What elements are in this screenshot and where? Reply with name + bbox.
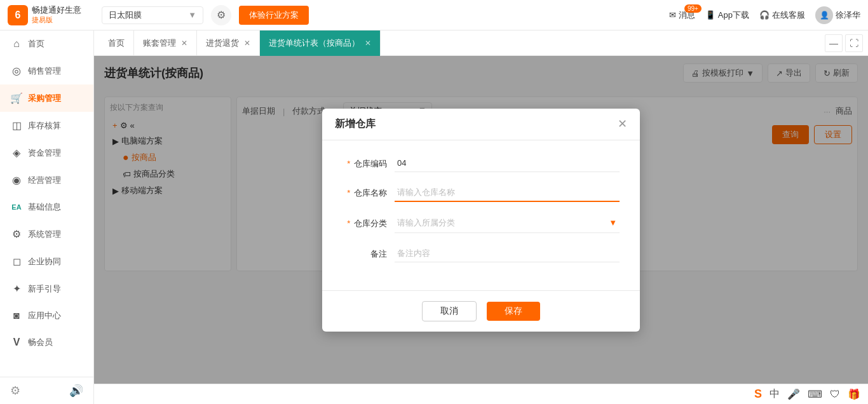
messages-button[interactable]: ✉ 消息 99+: [669, 10, 695, 21]
name-label: * 仓库名称: [342, 187, 387, 199]
avatar-icon: 👤: [820, 11, 829, 20]
sidebar-item-inventory[interactable]: ◫ 库存核算: [0, 112, 93, 139]
tab-bar: 首页 账套管理 ✕ 进货退货 ✕ 进货单统计表（按商品） ✕ — ⛶: [94, 30, 868, 56]
sidebar-item-system[interactable]: ⚙ 系统管理: [0, 220, 93, 248]
mic-icon[interactable]: 🎤: [787, 388, 800, 400]
tab-home[interactable]: 首页: [99, 30, 134, 56]
tab-max-button[interactable]: ⛶: [845, 34, 863, 52]
store-arrow: ▼: [188, 10, 196, 20]
shield-icon[interactable]: 🛡: [830, 389, 840, 400]
tab-purchase-stat-close[interactable]: ✕: [365, 39, 371, 48]
tab-purchase-stat[interactable]: 进货单统计表（按商品） ✕: [260, 30, 381, 56]
message-badge: 99+: [684, 4, 702, 13]
tab-purchase-return-close[interactable]: ✕: [244, 39, 250, 48]
cancel-button[interactable]: 取消: [422, 301, 477, 321]
name-input[interactable]: [395, 185, 620, 202]
sidebar-system-label: 系统管理: [28, 229, 61, 240]
remark-label: 备注: [342, 248, 387, 260]
category-select[interactable]: 请输入所属分类 ▼: [395, 215, 620, 233]
user-profile-button[interactable]: 👤 徐泽华: [815, 6, 860, 24]
sidebar: ⌂ 首页 ◎ 销售管理 🛒 采购管理 ◫ 库存核算 ◈ 资金管理 ◉ 经营管理 …: [0, 30, 94, 404]
modal-title: 新增仓库: [335, 118, 376, 131]
store-selector[interactable]: 日太阳膜 ▼: [102, 6, 203, 24]
chinese-lang-icon[interactable]: 中: [770, 387, 780, 401]
main-layout: ⌂ 首页 ◎ 销售管理 🛒 采购管理 ◫ 库存核算 ◈ 资金管理 ◉ 经营管理 …: [0, 30, 868, 404]
tab-min-button[interactable]: —: [825, 34, 843, 52]
sidebar-enterprise-label: 企业协同: [28, 256, 61, 267]
store-name: 日太阳膜: [109, 10, 142, 21]
tab-accounts-close[interactable]: ✕: [181, 39, 187, 48]
sidebar-item-operation[interactable]: ◉ 经营管理: [0, 166, 93, 194]
top-right: ✉ 消息 99+ 📱 App下载 🎧 在线客服 👤 徐泽华: [669, 6, 860, 24]
category-placeholder: 请输入所属分类: [397, 217, 455, 229]
headset-icon: 🎧: [759, 10, 770, 20]
sidebar-finance-label: 资金管理: [28, 147, 61, 159]
app-download-label: App下载: [718, 10, 749, 21]
sidebar-item-purchase[interactable]: 🛒 采购管理: [0, 84, 93, 112]
required-star-code: *: [347, 159, 350, 168]
sidebar-item-sales[interactable]: ◎ 销售管理: [0, 57, 93, 84]
purchase-icon: 🛒: [10, 92, 23, 104]
tab-accounts[interactable]: 账套管理 ✕: [134, 30, 197, 56]
gift-icon[interactable]: 🎁: [848, 388, 860, 400]
sidebar-newguide-label: 新手引导: [28, 283, 61, 295]
mobile-icon: 📱: [705, 10, 715, 20]
settings-bottom-icon[interactable]: ⚙: [10, 384, 20, 398]
form-row-remark: 备注: [342, 246, 620, 262]
s-logo-icon: S: [754, 387, 762, 401]
bottom-bar: S 中 🎤 ⌨ 🛡 🎁: [94, 384, 868, 404]
page-content: 进货单统计(按商品) 🖨 按模板打印 ▼ ↗ 导出 ↻ 刷新: [94, 56, 868, 384]
sidebar-item-basic[interactable]: EA 基础信息: [0, 194, 93, 220]
tab-home-label: 首页: [108, 37, 125, 49]
finance-icon: ◈: [10, 147, 23, 159]
sidebar-appcenter-label: 应用中心: [28, 310, 61, 321]
top-bar: 6 畅捷通好生意 捷易版 日太阳膜 ▼ ⚙ 体验行业方案 ✉ 消息 99+ 📱 …: [0, 0, 868, 30]
modal-close-button[interactable]: ✕: [618, 118, 627, 130]
modal-overlay: 新增仓库 ✕ * 仓库编码: [94, 56, 868, 384]
tab-actions: — ⛶: [825, 34, 863, 52]
sidebar-item-vip[interactable]: V 畅会员: [0, 329, 93, 356]
required-star-category: *: [347, 219, 350, 228]
basic-icon: EA: [10, 203, 23, 211]
gear-button[interactable]: ⚙: [211, 5, 231, 25]
operation-icon: ◉: [10, 174, 23, 186]
tab-purchase-return-label: 进货退货: [206, 37, 239, 49]
code-label: * 仓库编码: [342, 158, 387, 170]
tab-purchase-stat-label: 进货单统计表（按商品）: [269, 37, 360, 49]
app-download-button[interactable]: 📱 App下载: [705, 10, 749, 21]
sidebar-vip-label: 畅会员: [28, 337, 53, 348]
enterprise-icon: ◻: [10, 255, 23, 267]
form-row-name: * 仓库名称: [342, 185, 620, 202]
required-star-name: *: [347, 188, 350, 198]
volume-icon[interactable]: 🔊: [69, 384, 83, 398]
modal-footer: 取消 保存: [322, 290, 640, 332]
sidebar-home-label: 首页: [28, 38, 44, 50]
sidebar-operation-label: 经营管理: [28, 175, 61, 186]
message-icon: ✉: [669, 10, 676, 20]
tab-purchase-return[interactable]: 进货退货 ✕: [197, 30, 260, 56]
save-button[interactable]: 保存: [487, 302, 540, 321]
avatar: 👤: [815, 6, 833, 24]
modal-body: * 仓库编码 * 仓库名称: [322, 140, 640, 290]
category-label: * 仓库分类: [342, 218, 387, 229]
logo-area: 6 畅捷通好生意 捷易版: [8, 5, 102, 25]
sidebar-item-newguide[interactable]: ✦ 新手引导: [0, 275, 93, 302]
logo-line1: 畅捷通好生意: [32, 5, 81, 16]
sidebar-item-enterprise[interactable]: ◻ 企业协同: [0, 248, 93, 275]
system-icon: ⚙: [10, 228, 23, 240]
sidebar-item-appcenter[interactable]: ◙ 应用中心: [0, 302, 93, 329]
online-service-button[interactable]: 🎧 在线客服: [759, 10, 805, 21]
tab-accounts-label: 账套管理: [143, 37, 176, 49]
sidebar-item-home[interactable]: ⌂ 首页: [0, 30, 93, 57]
sidebar-purchase-label: 采购管理: [28, 93, 61, 104]
online-service-label: 在线客服: [772, 10, 805, 21]
home-icon: ⌂: [10, 38, 23, 50]
remark-input[interactable]: [395, 246, 620, 262]
code-input[interactable]: [395, 156, 620, 172]
form-row-category: * 仓库分类 请输入所属分类 ▼: [342, 215, 620, 233]
keyboard-icon[interactable]: ⌨: [808, 388, 822, 400]
vip-icon: V: [10, 337, 23, 348]
newguide-icon: ✦: [10, 283, 23, 295]
trial-button[interactable]: 体验行业方案: [239, 6, 309, 25]
sidebar-item-finance[interactable]: ◈ 资金管理: [0, 139, 93, 166]
